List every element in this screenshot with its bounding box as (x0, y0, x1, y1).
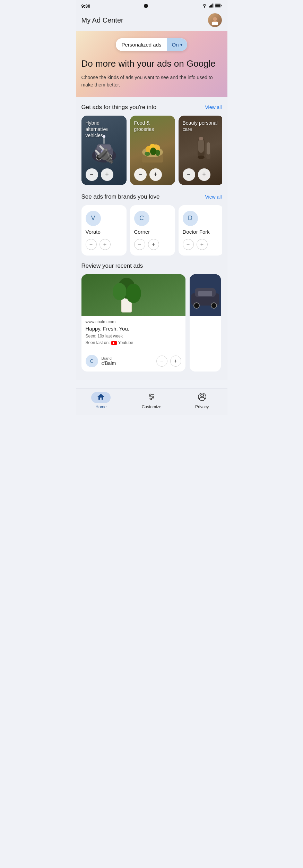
ad-card-cbalm-seen: Seen: 10x last week Seen last on: Youtub… (86, 333, 181, 346)
svg-rect-16 (101, 150, 107, 154)
ad-brand-name: c'Balm (102, 360, 116, 366)
svg-rect-6 (220, 5, 221, 7)
personalized-ads-pill: Personalized ads On ▾ (116, 38, 187, 51)
svg-point-26 (150, 148, 156, 155)
vorato-dislike-button[interactable]: − (86, 239, 97, 250)
svg-point-50 (150, 398, 152, 400)
vorato-name: Vorato (86, 229, 101, 235)
svg-rect-13 (97, 144, 111, 150)
doctorfork-actions: − + (183, 239, 208, 250)
hero-headline: Do more with your ads on Google (81, 58, 222, 70)
bottom-nav: Home Customize Privacy (76, 388, 227, 415)
brand-cards-scroll: V Vorato − + C Corner − + (81, 205, 222, 256)
svg-rect-10 (211, 22, 218, 25)
food-card-actions: − + (134, 168, 171, 181)
personalized-ads-toggle[interactable]: On ▾ (167, 38, 187, 51)
customize-icon (147, 393, 156, 403)
svg-rect-32 (207, 142, 210, 155)
interests-view-all[interactable]: View all (205, 105, 222, 110)
hero-section: Personalized ads On ▾ Do more with your … (76, 31, 227, 97)
ad-brand-label: Brand (102, 356, 116, 360)
hybrid-card-actions: − + (86, 168, 122, 181)
personalized-ads-label: Personalized ads (116, 38, 167, 51)
brands-view-all[interactable]: View all (205, 194, 222, 200)
nav-privacy[interactable]: Privacy (177, 392, 227, 409)
svg-point-42 (194, 303, 199, 308)
battery-icon (215, 3, 222, 9)
vorato-actions: − + (86, 239, 111, 250)
corner-like-button[interactable]: + (148, 239, 159, 250)
food-dislike-button[interactable]: − (134, 168, 147, 181)
ad-brand-info: C Brand c'Balm (86, 355, 116, 367)
interest-card-hybrid: Hybrid alternative vehicles − + (81, 116, 127, 185)
svg-rect-4 (212, 3, 213, 7)
beauty-like-button[interactable]: + (198, 168, 210, 181)
vorato-avatar: V (86, 211, 101, 226)
youtube-icon (111, 341, 117, 345)
svg-rect-28 (198, 139, 204, 153)
interests-title: Get ads for things you're into (81, 104, 157, 111)
corner-name: Corner (134, 229, 150, 235)
beauty-dislike-button[interactable]: − (183, 168, 195, 181)
food-like-button[interactable]: + (149, 168, 162, 181)
corner-actions: − + (134, 239, 159, 250)
doctorfork-initial: D (188, 215, 192, 222)
vorato-initial: V (91, 215, 95, 222)
beauty-card-actions: − + (183, 168, 219, 181)
status-bar: 9:30 (76, 0, 227, 10)
vorato-like-button[interactable]: + (99, 239, 111, 250)
ad-brand-dislike-button[interactable]: − (156, 356, 167, 367)
hybrid-like-button[interactable]: + (101, 168, 113, 181)
ad-brand-text: Brand c'Balm (102, 356, 116, 366)
chevron-down-icon: ▾ (180, 42, 182, 47)
ad-brand-like-button[interactable]: + (170, 356, 181, 367)
camera-dot (144, 4, 148, 8)
svg-rect-44 (198, 291, 212, 296)
nav-home-label: Home (95, 404, 106, 409)
hybrid-dislike-button[interactable]: − (86, 168, 98, 181)
avatar[interactable] (208, 13, 222, 27)
svg-point-15 (106, 155, 112, 160)
pill-container: Personalized ads On ▾ (116, 38, 187, 51)
nav-customize[interactable]: Customize (126, 392, 177, 409)
interests-header: Get ads for things you're into View all (81, 104, 222, 111)
hybrid-card-label: Hybrid alternative vehicles (86, 120, 122, 139)
doctorfork-like-button[interactable]: + (197, 239, 208, 250)
hero-subtitle: Choose the kinds of ads you want to see … (81, 74, 222, 89)
svg-point-11 (92, 149, 116, 162)
brand-card-vorato: V Vorato − + (81, 205, 127, 256)
doctorfork-dislike-button[interactable]: − (183, 239, 194, 250)
beauty-card-label: Beauty personal care (183, 120, 219, 132)
svg-rect-2 (210, 5, 211, 7)
ad-brand-actions: − + (156, 356, 181, 367)
ad-seen-on: Seen last on: Youtube (86, 340, 181, 346)
status-center (144, 4, 148, 8)
main-content: Get ads for things you're into View all (76, 97, 227, 380)
brands-section: See ads from brands you love View all V … (76, 186, 227, 256)
doctorfork-avatar: D (183, 211, 198, 226)
svg-point-0 (204, 7, 205, 8)
svg-point-38 (126, 284, 141, 303)
ad-card-auto (190, 274, 221, 372)
corner-dislike-button[interactable]: − (134, 239, 145, 250)
nav-home[interactable]: Home (76, 392, 127, 409)
interest-card-food: Food & groceries − + (130, 116, 175, 185)
ad-brand-initial: C (90, 358, 93, 364)
recent-ads-title: Review your recent ads (81, 262, 222, 269)
nav-home-icon-wrap (91, 392, 111, 403)
page-title: My Ad Center (81, 16, 123, 24)
brand-card-corner: C Corner − + (130, 205, 175, 256)
svg-point-14 (96, 155, 102, 160)
ad-seen-count: Seen: 10x last week (86, 333, 181, 340)
ad-platform: Youtube (118, 340, 133, 346)
svg-point-29 (198, 156, 205, 159)
brands-header: See ads from brands you love View all (81, 193, 222, 200)
corner-initial: C (139, 215, 144, 222)
avatar-image (208, 13, 222, 27)
toggle-on-label: On (172, 42, 179, 48)
ad-seen-on-label: Seen last on: (86, 340, 110, 346)
svg-point-8 (213, 17, 217, 21)
ad-brand-avatar: C (86, 355, 98, 367)
interests-section: Get ads for things you're into View all (76, 97, 227, 186)
svg-point-43 (211, 303, 217, 308)
